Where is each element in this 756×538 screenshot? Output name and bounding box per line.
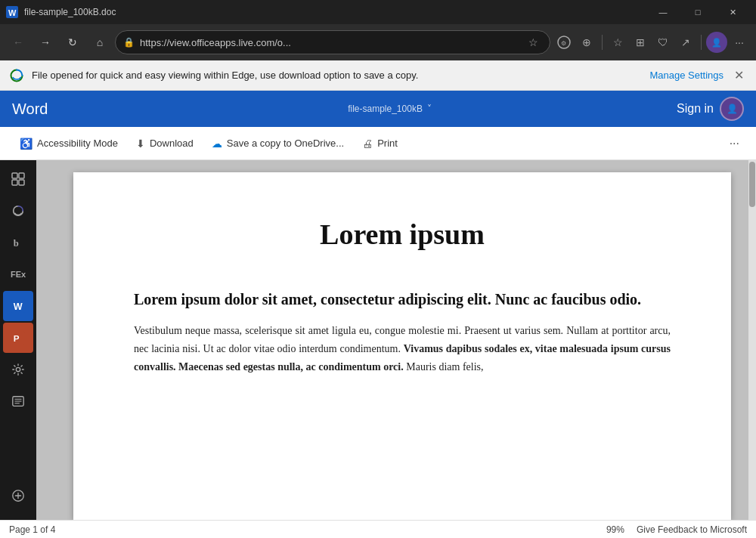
word-action-bar: ♿ Accessibility Mode ⬇ Download ☁ Save a… [0,127,756,160]
word-toolbar: Word file-sample_100kB ˅ Sign in 👤 [0,91,756,127]
download-label: Download [150,138,194,149]
forward-button[interactable]: → [33,30,57,54]
address-bar: ← → ↻ ⌂ 🔒 https://view.officeapps.live.c… [0,24,756,60]
refresh-button[interactable]: ↻ [60,30,85,54]
notification-text: File opened for quick and easy viewing w… [32,70,642,81]
document-area: Lorem ipsum Lorem ipsum dolor sit amet, … [36,160,756,520]
zoom-level: 99% [606,524,624,535]
sidebar-item-powerpoint[interactable]: P [3,323,33,353]
favorites-icon[interactable]: ☆ [607,32,628,53]
lock-icon: 🔒 [123,37,135,48]
browser-shield-icon[interactable]: ⚙ [553,32,575,53]
accessibility-icon: ♿ [20,138,33,150]
svg-text:b: b [14,238,19,249]
share-icon[interactable]: ↗ [675,32,696,53]
sidebar-item-settings[interactable] [3,354,33,385]
sidebar-add-button[interactable] [3,481,33,511]
accessibility-mode-label: Accessibility Mode [37,138,118,149]
document-page: Lorem ipsum Lorem ipsum dolor sit amet, … [73,172,731,520]
svg-rect-7 [19,180,24,185]
download-button[interactable]: ⬇ Download [129,133,201,154]
save-to-onedrive-label: Save a copy to OneDrive... [227,138,344,149]
svg-text:⚙: ⚙ [561,40,566,47]
edge-sidebar: b FEx W P [0,160,36,520]
sidebar-item-edge[interactable] [3,196,33,226]
sign-in-label: Sign in [677,102,714,116]
print-label: Print [377,138,398,149]
collections-icon[interactable]: ⊞ [630,32,651,53]
svg-text:W: W [14,301,23,312]
browser-protect-icon[interactable]: 🛡 [652,32,674,53]
scrollbar-thumb[interactable] [749,162,755,207]
svg-text:P: P [14,333,20,343]
feedback-link[interactable]: Give Feedback to Microsoft [637,524,747,535]
document-title: Lorem ipsum [134,218,671,251]
close-button[interactable]: ✕ [715,0,750,24]
chevron-down-icon: ˅ [427,104,432,114]
sidebar-item-bing[interactable]: b [3,227,33,258]
print-icon: 🖨 [362,138,373,150]
star-icon[interactable]: ☆ [522,32,544,53]
manage-settings-link[interactable]: Manage Settings [649,70,723,81]
window-title: file-sample_100kB.doc [24,7,116,17]
separator [602,35,603,50]
accessibility-mode-button[interactable]: ♿ Accessibility Mode [12,133,125,154]
url-text: https://view.officeapps.live.com/o... [140,37,522,48]
sidebar-item-history[interactable] [3,386,33,416]
main-area: b FEx W P [0,160,756,520]
minimize-button[interactable]: — [646,0,680,24]
status-bar-right: 99% Give Feedback to Microsoft [606,524,747,535]
address-box[interactable]: 🔒 https://view.officeapps.live.com/o... … [115,30,550,54]
word-brand-label: Word [12,100,103,118]
maximize-button[interactable]: □ [680,0,715,24]
notification-close-button[interactable]: ✕ [731,65,747,85]
title-bar: W file-sample_100kB.doc — □ ✕ [0,0,756,24]
window-controls: — □ ✕ [646,0,750,24]
back-button[interactable]: ← [6,30,30,54]
word-favicon: W [6,6,18,18]
separator2 [701,35,702,50]
profile-avatar[interactable]: 👤 [706,32,727,53]
sidebar-item-word[interactable]: W [3,291,33,321]
page-info: Page 1 of 4 [9,524,55,535]
vertical-scrollbar[interactable] [748,160,756,520]
home-button[interactable]: ⌂ [88,30,112,54]
save-to-onedrive-button[interactable]: ☁ Save a copy to OneDrive... [204,133,352,154]
browser-more-icon[interactable]: ··· [729,32,750,53]
print-button[interactable]: 🖨 Print [355,133,405,154]
title-bar-left: W file-sample_100kB.doc [6,6,116,18]
browser-toolbar-icons: ⚙ ⊕ ☆ ⊞ 🛡 ↗ 👤 ··· [553,32,750,53]
file-name-text: file-sample_100kB [348,104,423,114]
sidebar-item-fx[interactable]: FEx [3,259,33,289]
svg-point-13 [16,367,20,371]
svg-rect-6 [12,180,17,185]
address-icons: ☆ [522,32,544,53]
download-icon: ⬇ [136,138,145,150]
file-name-dropdown[interactable]: file-sample_100kB ˅ [103,104,677,114]
edge-logo-icon [9,68,24,83]
extensions-icon[interactable]: ⊕ [576,32,597,53]
sign-in-button[interactable]: Sign in 👤 [677,97,744,121]
document-body: Vestibulum neque massa, scelerisque sit … [134,322,671,376]
svg-rect-5 [19,173,24,178]
sign-in-avatar-icon: 👤 [720,97,744,121]
document-heading: Lorem ipsum dolor sit amet, consectetur … [134,289,671,310]
svg-text:W: W [8,8,17,17]
edge-notification-bar: File opened for quick and easy viewing w… [0,60,756,91]
more-options-button[interactable]: ··· [725,132,744,155]
svg-rect-4 [12,173,17,178]
sidebar-item-collections[interactable] [3,164,33,194]
status-bar: Page 1 of 4 99% Give Feedback to Microso… [0,520,756,538]
onedrive-icon: ☁ [212,138,222,150]
